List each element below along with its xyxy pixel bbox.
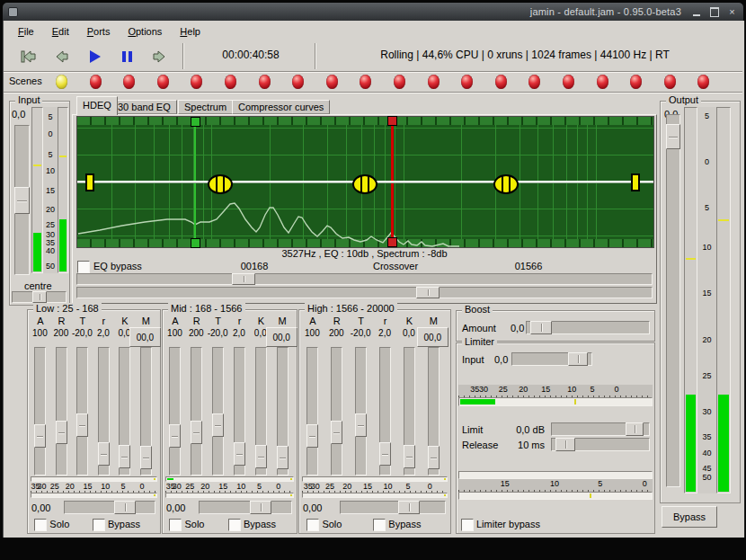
bypass-checkbox[interactable] [228, 519, 241, 531]
release-slider[interactable] [331, 347, 342, 476]
hdeq-display[interactable] [76, 116, 654, 248]
scene-led[interactable] [563, 75, 574, 89]
makeup-slider[interactable] [428, 347, 440, 476]
slider-handle[interactable] [56, 421, 67, 444]
release-slider[interactable] [551, 438, 650, 451]
input-gain-slider[interactable] [14, 125, 30, 275]
slider-handle[interactable] [191, 421, 202, 444]
tab-30-band-eq[interactable]: 30 band EQ [111, 100, 177, 114]
slider-handle[interactable] [234, 442, 245, 466]
crossover-low-slider[interactable] [76, 273, 653, 285]
slider-handle[interactable] [34, 424, 46, 448]
scene-led[interactable] [326, 75, 338, 89]
slider-handle[interactable] [626, 422, 644, 436]
eq-handle[interactable] [208, 174, 233, 194]
eq-handle[interactable] [493, 174, 519, 194]
band-gain-slider[interactable] [340, 501, 446, 514]
crossover-low-slider-handle[interactable] [232, 273, 255, 285]
knee-slider[interactable] [404, 347, 415, 476]
threshold-slider[interactable] [212, 347, 224, 476]
scene-led[interactable] [630, 75, 642, 89]
slider-handle[interactable] [76, 413, 88, 437]
solo-checkbox[interactable] [169, 519, 182, 531]
centre-slider-handle[interactable] [32, 291, 47, 303]
slider-handle[interactable] [114, 501, 136, 514]
crossover-high-handle-top[interactable] [387, 116, 397, 126]
output-bypass-button[interactable]: Bypass [662, 506, 717, 528]
menu-edit[interactable]: Edit [43, 23, 78, 40]
slider-handle[interactable] [398, 501, 420, 514]
rewind-start-button[interactable] [14, 44, 43, 68]
ratio-slider[interactable] [98, 347, 110, 476]
menu-help[interactable]: Help [171, 23, 209, 40]
bypass-checkbox[interactable] [93, 519, 105, 531]
eq-handle[interactable] [631, 173, 640, 191]
minimize-button[interactable] [690, 6, 702, 18]
slider-handle[interactable] [379, 442, 391, 466]
boost-amount-slider[interactable] [526, 321, 650, 334]
scene-led[interactable] [191, 75, 202, 89]
makeup-display[interactable]: 00,0 [266, 327, 298, 347]
scene-led[interactable] [394, 75, 405, 89]
release-slider[interactable] [56, 347, 67, 476]
title-bar[interactable]: jamin - default.jam - 0.95.0-beta3 × [3, 3, 743, 21]
slider-handle[interactable] [250, 501, 271, 514]
close-button[interactable]: × [726, 6, 738, 18]
slider-handle[interactable] [277, 446, 289, 469]
threshold-slider[interactable] [76, 347, 88, 476]
scene-led[interactable] [157, 75, 169, 89]
scene-led[interactable] [428, 75, 440, 89]
scene-led[interactable] [90, 75, 102, 89]
eq-handle[interactable] [352, 174, 377, 194]
slider-handle[interactable] [355, 413, 367, 437]
makeup-display[interactable]: 00,0 [417, 327, 448, 347]
scene-led[interactable] [123, 75, 135, 89]
step-back-button[interactable] [48, 44, 76, 68]
scene-led[interactable] [495, 75, 507, 89]
centre-slider[interactable] [12, 291, 67, 303]
scene-led-active[interactable] [56, 75, 67, 89]
slider-handle[interactable] [555, 438, 575, 451]
makeup-slider[interactable] [277, 347, 289, 476]
slider-handle[interactable] [404, 445, 415, 468]
step-forward-button[interactable] [145, 44, 173, 68]
slider-handle[interactable] [428, 446, 440, 469]
makeup-slider[interactable] [140, 347, 152, 476]
scene-led[interactable] [225, 75, 236, 89]
eq-handle[interactable] [85, 173, 94, 191]
scene-led[interactable] [360, 75, 371, 89]
menu-file[interactable]: File [9, 23, 43, 40]
pause-button[interactable] [112, 44, 141, 68]
solo-checkbox[interactable] [34, 519, 47, 531]
scene-led[interactable] [259, 75, 271, 89]
scene-led[interactable] [292, 75, 304, 89]
slider-handle[interactable] [98, 442, 110, 466]
crossover-high-slider-handle[interactable] [416, 287, 440, 298]
knee-slider[interactable] [255, 347, 267, 476]
slider-handle[interactable] [530, 321, 552, 334]
attack-slider[interactable] [34, 347, 46, 476]
bypass-checkbox[interactable] [373, 519, 386, 531]
ratio-slider[interactable] [379, 347, 391, 476]
tab-compressor-curves[interactable]: Compressor curves [232, 100, 330, 114]
limiter-bypass-checkbox[interactable] [461, 519, 474, 531]
crossover-low-handle-bottom[interactable] [191, 238, 200, 248]
crossover-high-handle-bottom[interactable] [387, 237, 397, 247]
menu-options[interactable]: Options [119, 23, 171, 40]
slider-handle[interactable] [255, 445, 267, 468]
attack-slider[interactable] [306, 347, 318, 476]
menu-ports[interactable]: Ports [78, 23, 120, 40]
limit-slider[interactable] [551, 422, 650, 436]
attack-slider[interactable] [169, 347, 181, 476]
ratio-slider[interactable] [234, 347, 245, 476]
tab-spectrum[interactable]: Spectrum [178, 100, 233, 114]
band-gain-slider[interactable] [199, 501, 292, 514]
scene-led[interactable] [697, 75, 709, 89]
slider-handle[interactable] [568, 352, 588, 366]
knee-slider[interactable] [119, 347, 130, 476]
crossover-high-slider[interactable] [76, 287, 653, 298]
crossover-low-handle-top[interactable] [191, 117, 200, 127]
slider-handle[interactable] [331, 421, 342, 444]
slider-handle[interactable] [140, 446, 152, 469]
limiter-input-slider[interactable] [511, 352, 592, 366]
